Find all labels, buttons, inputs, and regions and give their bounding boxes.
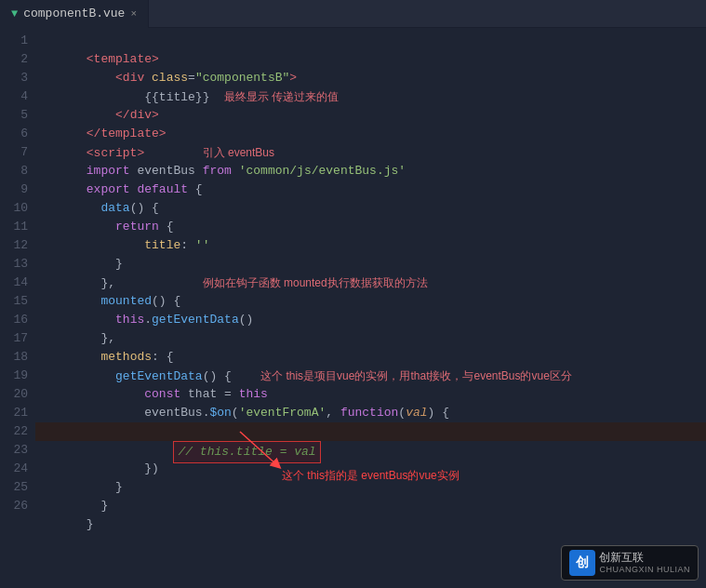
code-line-3: {{title}} 最终显示 传递过来的值 [35, 69, 706, 87]
code-line-9: data() { [35, 180, 706, 199]
code-line-25: } [35, 478, 706, 497]
tab-componentb[interactable]: ▼ componentB.vue × [0, 0, 149, 28]
line-numbers: 1 2 3 4 5 6 7 8 9 10 11 12 13 14 15 16 1… [0, 28, 35, 588]
code-line-18: getEventData() { 这个 this是项目vue的实例，用that接… [35, 348, 706, 367]
code-line-5: </template> [35, 106, 706, 125]
code-line-6: <script> 引入 eventBus [35, 125, 706, 143]
code-line-7: import eventBus from 'common/js/eventBus… [35, 143, 706, 162]
code-line-1: <template> [35, 32, 706, 50]
editor: 1 2 3 4 5 6 7 8 9 10 11 12 13 14 15 16 1… [0, 28, 706, 588]
watermark: 创 创新互联 CHUANGXIN HULIAN [561, 545, 699, 581]
code-line-19: const that = this [35, 367, 706, 385]
code-line-14: mounted() { [35, 274, 706, 292]
code-line-8: export default { [35, 162, 706, 180]
code-line-10: return { [35, 199, 706, 218]
code-area: <template> <div class="componentsB"> {{t… [35, 28, 706, 588]
code-line-16: }, [35, 311, 706, 329]
code-line-15: this.getEventData() [35, 292, 706, 311]
tab-bar: ▼ componentB.vue × [0, 0, 706, 28]
watermark-sub-text: CHUANGXIN HULIAN [599, 565, 690, 575]
tab-filename: componentB.vue [23, 7, 125, 20]
watermark-text-block: 创新互联 CHUANGXIN HULIAN [599, 551, 690, 574]
code-line-22: // this.title = val [35, 422, 706, 441]
code-line-13: }, 例如在钩子函数 mounted执行数据获取的方法 [35, 255, 706, 274]
code-line-23: }) [35, 441, 706, 460]
code-line-12: } [35, 236, 706, 255]
tab-close-icon[interactable]: × [130, 8, 137, 20]
code-line-24: } [35, 460, 706, 478]
code-line-11: title: '' [35, 218, 706, 236]
vue-icon: ▼ [11, 7, 18, 20]
code-line-4: </div> [35, 87, 706, 106]
code-line-21: that.title = val [35, 404, 706, 422]
watermark-main-text: 创新互联 [599, 551, 690, 564]
watermark-logo-icon: 创 [569, 550, 595, 576]
code-line-17: methods: { [35, 329, 706, 348]
code-line-20: eventBus.$on('eventFromA', function(val)… [35, 385, 706, 404]
code-line-26: } [35, 497, 706, 515]
code-line-2: <div class="componentsB"> [35, 50, 706, 69]
